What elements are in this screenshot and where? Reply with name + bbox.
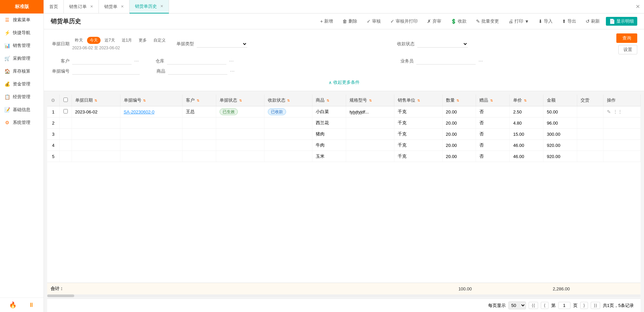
print-icon: 🖨 xyxy=(508,19,513,24)
unit-price-sort-icon[interactable]: ⇅ xyxy=(524,99,527,102)
batch-change-button[interactable]: ✎ 批量变更 xyxy=(473,17,502,26)
td-transaction xyxy=(577,151,603,162)
sidebar-item-inventory[interactable]: 🏠 库存核算 xyxy=(0,65,44,78)
th-amount: 金额 xyxy=(543,95,577,106)
settings-gear-icon[interactable]: ⚙ xyxy=(51,98,55,103)
sidebar-item-search-menu[interactable]: ☰ 搜索菜单 xyxy=(0,14,44,26)
th-actions-label: 操作 xyxy=(607,98,616,103)
filter-doc-no-input[interactable] xyxy=(72,68,140,75)
td-unit: 千克 xyxy=(394,140,442,151)
filter-payment-status-select[interactable] xyxy=(417,40,468,48)
sidebar-item-quick-nav[interactable]: ⚡ 快捷导航 xyxy=(0,26,44,39)
td-unit-price: 15.00 xyxy=(510,129,543,140)
pause-icon[interactable]: ⏸ xyxy=(28,302,34,309)
print-button[interactable]: 🖨 打印 ▼ xyxy=(505,17,532,26)
page-next-btn[interactable]: ⟩ xyxy=(580,302,588,309)
unit-sort-icon[interactable]: ⇅ xyxy=(417,99,420,102)
settings-button[interactable]: 设置 xyxy=(618,45,637,54)
filter-goods-input[interactable] xyxy=(168,68,227,75)
td-spec xyxy=(346,118,394,129)
page-last-btn[interactable]: ⟩⟩ xyxy=(591,302,600,309)
td-spec xyxy=(346,129,394,140)
filter-warehouse-input[interactable] xyxy=(167,58,226,64)
qty-sort-icon[interactable]: ⇅ xyxy=(456,99,459,102)
td-doc-status xyxy=(216,118,264,129)
tab-sales-order-close[interactable]: ✕ xyxy=(90,4,93,9)
goods-sort-icon[interactable]: ⇅ xyxy=(327,99,329,102)
date-pill-today[interactable]: 今天 xyxy=(87,37,101,44)
sidebar-item-purchase-mgmt[interactable]: 🛒 采购管理 xyxy=(0,52,44,65)
doc-no-sort-icon[interactable]: ⇅ xyxy=(143,99,146,102)
sidebar-item-basic-info[interactable]: 📝 基础信息 xyxy=(0,103,44,116)
select-all-checkbox[interactable] xyxy=(63,98,68,102)
tab-home[interactable]: 首页 xyxy=(44,0,64,14)
date-pill-yesterday[interactable]: 昨天 xyxy=(72,37,86,44)
filter-row-2: 客户 ··· 仓库 ··· 业务员 ··· xyxy=(51,58,637,64)
page-first-btn[interactable]: ⟨⟨ xyxy=(529,302,538,309)
payment-status-sort-icon[interactable]: ⇅ xyxy=(287,99,290,102)
collect-button[interactable]: 💲 收款 xyxy=(447,17,470,26)
more-icon[interactable]: ⋮⋮ xyxy=(613,109,622,114)
doc-date-sort-icon[interactable]: ⇅ xyxy=(94,99,97,102)
date-pill-7days[interactable]: 近7天 xyxy=(102,37,118,44)
filter-goods-field: 商品 ··· xyxy=(146,68,637,75)
filter-warehouse-dots[interactable]: ··· xyxy=(229,58,233,64)
date-pill-custom[interactable]: 自定义 xyxy=(151,37,168,44)
page-prev-btn[interactable]: ⟨ xyxy=(541,302,549,309)
horizontal-scrollbar[interactable] xyxy=(47,294,641,297)
import-button[interactable]: ⬇ 导入 xyxy=(535,17,556,26)
doc-no-link[interactable]: SA-20230602-0 xyxy=(124,109,155,114)
batch-change-label: 批量变更 xyxy=(481,18,499,24)
td-doc-date xyxy=(72,140,120,151)
th-unit-label: 销售单位 xyxy=(398,98,415,103)
scrollbar-thumb[interactable] xyxy=(47,294,74,297)
filter-collapse-btn[interactable]: ∧ 收起更多条件 xyxy=(51,78,637,87)
tab-sales-delivery-close[interactable]: ✕ xyxy=(121,4,124,9)
pagination-bar: 每页显示 50 20 100 ⟨⟨ ⟨ 第 页 ⟩ ⟩⟩ 共1页，5条记录 xyxy=(47,298,641,312)
date-pill-1month[interactable]: 近1月 xyxy=(119,37,135,44)
export-button[interactable]: ⬆ 导出 xyxy=(559,17,580,26)
refresh-button[interactable]: ↺ 刷新 xyxy=(582,17,603,26)
filter-goods-dots[interactable]: ··· xyxy=(230,68,234,74)
sidebar-item-sales-mgmt[interactable]: 📊 销售管理 xyxy=(0,39,44,52)
filter-salesperson-input[interactable] xyxy=(416,58,476,64)
row-checkbox[interactable] xyxy=(63,109,68,113)
tab-sales-order[interactable]: 销售订单 ✕ xyxy=(64,0,99,14)
td-customer: 王总 xyxy=(183,106,216,118)
spec-sort-icon[interactable]: ⇅ xyxy=(369,99,372,102)
filter-customer-dots[interactable]: ··· xyxy=(134,58,139,64)
delete-label: 删除 xyxy=(348,18,357,24)
sidebar-item-finance-mgmt[interactable]: 💰 资金管理 xyxy=(0,78,44,90)
customer-sort-icon[interactable]: ⇅ xyxy=(197,99,199,102)
query-button[interactable]: 查询 xyxy=(616,33,637,43)
audit-button[interactable]: ✓ 审核 xyxy=(363,17,384,26)
show-detail-button[interactable]: 📄 显示明细 xyxy=(606,17,637,26)
td-doc-no: SA-20230602-0 xyxy=(120,106,183,118)
tab-sales-history-close[interactable]: ✕ xyxy=(160,4,163,8)
discard-button[interactable]: ✗ 弃审 xyxy=(424,17,445,26)
doc-status-sort-icon[interactable]: ⇅ xyxy=(239,99,242,102)
tab-sales-delivery[interactable]: 销货单 ✕ xyxy=(99,0,130,14)
audit-print-button[interactable]: ✓ 审核并打印 xyxy=(387,17,421,26)
filter-customer-input[interactable] xyxy=(72,58,132,64)
td-actions xyxy=(603,151,640,162)
new-button[interactable]: + 新增 xyxy=(317,17,336,26)
tab-bar-close-all[interactable]: ✕ xyxy=(632,3,644,10)
sidebar-item-operations-mgmt[interactable]: 📋 经营管理 xyxy=(0,90,44,103)
filter-row-1: 单据日期 昨天 今天 近7天 近1月 更多 自定义 2023-06-02 至 2… xyxy=(51,33,637,54)
sidebar-item-system-mgmt[interactable]: ⚙ 系统管理 xyxy=(0,116,44,129)
td-checkbox xyxy=(59,151,72,162)
filter-salesperson-dots[interactable]: ··· xyxy=(478,58,483,64)
td-transaction xyxy=(577,106,603,118)
td-payment-status xyxy=(264,118,312,129)
delete-button[interactable]: 🗑 删除 xyxy=(339,17,361,26)
edit-icon[interactable]: ✎ xyxy=(607,109,611,114)
filter-doc-type-select[interactable] xyxy=(197,40,247,48)
gift-sort-icon[interactable]: ⇅ xyxy=(490,99,493,102)
page-header: 销货单历史 + 新增 🗑 删除 ✓ 审核 ✓ 审核并打印 xyxy=(44,14,644,29)
page-size-select[interactable]: 50 20 100 xyxy=(508,302,526,309)
date-pill-more[interactable]: 更多 xyxy=(136,37,149,44)
tab-sales-history[interactable]: 销货单历史 ✕ xyxy=(130,0,169,14)
current-page-input[interactable] xyxy=(558,302,570,309)
fire-icon[interactable]: 🔥 xyxy=(9,301,17,309)
